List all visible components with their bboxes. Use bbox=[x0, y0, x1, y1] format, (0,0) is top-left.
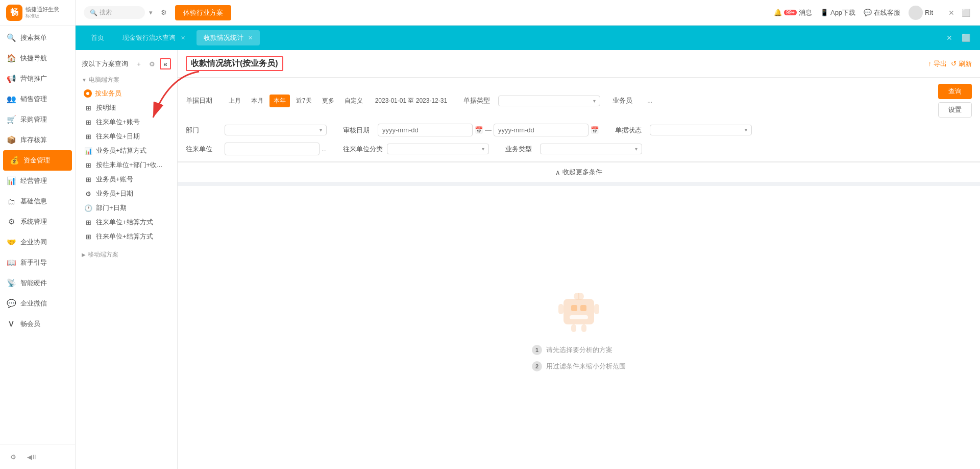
sidebar-item-enterprise[interactable]: 🤝 企业协同 bbox=[0, 232, 75, 252]
doc-status-label: 单据状态 bbox=[615, 126, 646, 135]
sidebar-item-sales[interactable]: 👥 销售管理 bbox=[0, 89, 75, 109]
sidebar-item-inventory[interactable]: 📦 库存核算 bbox=[0, 130, 75, 150]
app-download-btn[interactable]: 📱 App下载 bbox=[820, 8, 855, 17]
content-close-btn[interactable]: ✕ bbox=[943, 32, 955, 44]
tree-item-counterpart-settle1[interactable]: ⊞ 往来单位+结算方式 bbox=[76, 215, 177, 229]
tree-item-salesman-date[interactable]: ⚙ 业务员+日期 bbox=[76, 186, 177, 201]
sidebar-item-system[interactable]: ⚙ 系统管理 bbox=[0, 212, 75, 232]
date-btn-more[interactable]: 更多 bbox=[318, 95, 338, 107]
dropdown-arrow[interactable]: ▾ bbox=[149, 9, 153, 16]
date-btn-this-year[interactable]: 本年 bbox=[270, 95, 290, 107]
avatar bbox=[909, 6, 923, 20]
tree-section-mobile[interactable]: ▶ 移动端方案 bbox=[76, 248, 177, 261]
tree-item-label-salesman-settle: 业务员+结算方式 bbox=[96, 146, 146, 155]
date-btn-last-month[interactable]: 上月 bbox=[225, 95, 245, 107]
sidebar-item-finance[interactable]: 💰 资金管理 bbox=[3, 150, 72, 171]
tree-item-by-salesman[interactable]: 按业务员 bbox=[76, 86, 177, 101]
calendar-icon-from[interactable]: 📅 bbox=[475, 126, 483, 134]
add-scheme-btn[interactable]: + bbox=[133, 58, 144, 69]
salesman-more-btn[interactable]: ... bbox=[647, 97, 652, 104]
sidebar-item-quicknav[interactable]: 🏠 快捷导航 bbox=[0, 48, 75, 68]
tree-item-counterpart-account[interactable]: ⊞ 往来单位+账号 bbox=[76, 115, 177, 129]
user-btn[interactable]: Rit bbox=[909, 6, 933, 20]
tree-item-dept-date[interactable]: 🕐 部门+日期 bbox=[76, 201, 177, 215]
collapse-label: 收起更多条件 bbox=[562, 168, 602, 177]
sidebar-item-operation[interactable]: 📊 经营管理 bbox=[0, 171, 75, 191]
nav-tab-receipt-stat[interactable]: 收款情况统计 ✕ bbox=[197, 30, 260, 45]
guide-icon: 📖 bbox=[6, 257, 16, 268]
calendar-icon-to[interactable]: 📅 bbox=[591, 126, 599, 134]
doc-type-select[interactable]: ▾ bbox=[498, 96, 600, 106]
tree-item-by-detail[interactable]: ⊞ 按明细 bbox=[76, 101, 177, 115]
query-button[interactable]: 查询 bbox=[938, 84, 972, 99]
export-btn[interactable]: ↑ 导出 bbox=[928, 59, 947, 68]
win-maximize-btn[interactable]: ⬜ bbox=[960, 7, 972, 19]
settings-button[interactable]: 设置 bbox=[938, 102, 972, 118]
sidebar-item-search[interactable]: 🔍 搜索菜单 bbox=[0, 28, 75, 48]
sidebar-settings-btn[interactable]: ⚙ bbox=[6, 450, 20, 464]
sidebar-item-marketing[interactable]: 📢 营销推广 bbox=[0, 68, 75, 89]
svg-rect-4 bbox=[558, 304, 564, 314]
doc-status-select[interactable]: ▾ bbox=[650, 125, 752, 135]
sidebar-item-hardware[interactable]: 📡 智能硬件 bbox=[0, 273, 75, 293]
tree-item-counterpart-settle2[interactable]: ⊞ 往来单位+结算方式 bbox=[76, 229, 177, 244]
collapse-panel-btn[interactable]: « bbox=[160, 58, 171, 69]
trial-button[interactable]: 体验行业方案 bbox=[175, 5, 231, 20]
refresh-btn[interactable]: ↺ 刷新 bbox=[951, 59, 972, 68]
topbar-gear-icon[interactable]: ⚙ bbox=[157, 6, 171, 20]
page-title-bar: 收款情况统计(按业务员) ↑ 导出 ↺ 刷新 bbox=[178, 50, 980, 78]
operation-icon: 📊 bbox=[6, 176, 16, 186]
nav-tab-bank-flow[interactable]: 现金银行流水查询 ✕ bbox=[115, 30, 192, 45]
tree-section-desktop[interactable]: ▼ 电脑端方案 bbox=[76, 74, 177, 86]
tree-item-label-counterpart-date: 往来单位+日期 bbox=[96, 132, 140, 141]
audit-date-to[interactable] bbox=[494, 124, 589, 136]
scheme-settings-btn[interactable]: ⚙ bbox=[146, 58, 158, 69]
panel-header-actions: + ⚙ « bbox=[133, 58, 171, 69]
enterprise-icon: 🤝 bbox=[6, 237, 16, 247]
online-service-btn[interactable]: 💬 在线客服 bbox=[864, 8, 900, 17]
tree-item-salesman-account[interactable]: ⊞ 业务员+账号 bbox=[76, 172, 177, 186]
counterpart-category-select[interactable]: ▾ bbox=[387, 144, 489, 154]
wechat-icon: 💬 bbox=[6, 298, 16, 309]
filter-row-3: 往来单位 ... 往来单位分类 ▾ 业务类型 bbox=[186, 143, 972, 155]
biz-type-select[interactable]: ▾ bbox=[540, 144, 642, 154]
sidebar-collapse-btn[interactable]: ◀II bbox=[24, 450, 39, 464]
empty-step-2: 2 用过滤条件来缩小分析范围 bbox=[532, 361, 626, 371]
counterpart-category-filter: 往来单位分类 ▾ bbox=[343, 144, 489, 154]
topbar: 🔍 搜索 ▾ ⚙ 体验行业方案 🔔 99+ 消息 📱 App下载 💬 在线客服 … bbox=[76, 0, 980, 26]
collapse-btn[interactable]: ∧ 收起更多条件 bbox=[555, 168, 602, 177]
counterpart-settle2-icon: ⊞ bbox=[84, 232, 93, 241]
tree-item-counterpart-date[interactable]: ⊞ 往来单位+日期 bbox=[76, 129, 177, 144]
date-btn-last7[interactable]: 近7天 bbox=[292, 95, 316, 107]
audit-date-from[interactable] bbox=[378, 124, 473, 136]
content-expand-btn[interactable]: ⬜ bbox=[960, 32, 972, 44]
sidebar-item-member[interactable]: V 畅会员 bbox=[0, 314, 75, 334]
sidebar-item-wechat[interactable]: 💬 企业微信 bbox=[0, 293, 75, 314]
sidebar-item-guide[interactable]: 📖 新手引导 bbox=[0, 252, 75, 273]
svg-rect-1 bbox=[571, 305, 577, 311]
collapse-more-bar[interactable]: ∧ 收起更多条件 bbox=[178, 162, 980, 182]
page-content: 按以下方案查询 + ⚙ « ▼ 电脑端方案 按业务员 ⊞ 按明细 bbox=[76, 50, 980, 469]
close-bank-flow-tab[interactable]: ✕ bbox=[181, 35, 185, 41]
refresh-label: 刷新 bbox=[959, 59, 972, 68]
counterpart-more-btn[interactable]: ... bbox=[322, 146, 327, 153]
sidebar-label-sales: 销售管理 bbox=[20, 95, 47, 104]
counterpart-input[interactable] bbox=[225, 143, 320, 155]
sidebar-item-basic[interactable]: 🗂 基础信息 bbox=[0, 191, 75, 212]
sidebar-item-purchase[interactable]: 🛒 采购管理 bbox=[0, 109, 75, 130]
system-icon: ⚙ bbox=[6, 217, 16, 227]
step-text-1: 请先选择要分析的方案 bbox=[546, 345, 612, 355]
tree-item-counterpart-dept-collect[interactable]: ⊞ 按往来单位+部门+收... bbox=[76, 158, 177, 172]
dept-select[interactable]: ▾ bbox=[225, 125, 327, 135]
date-btn-custom[interactable]: 自定义 bbox=[340, 95, 367, 107]
date-dash: — bbox=[485, 126, 492, 134]
tree-item-salesman-settle[interactable]: 📊 业务员+结算方式 bbox=[76, 144, 177, 158]
search-box[interactable]: 🔍 搜索 bbox=[84, 6, 145, 19]
nav-tab-home[interactable]: 首页 bbox=[84, 30, 111, 45]
close-receipt-stat-tab[interactable]: ✕ bbox=[248, 35, 253, 41]
date-btn-this-month[interactable]: 本月 bbox=[247, 95, 267, 107]
notification-btn[interactable]: 🔔 99+ 消息 bbox=[774, 8, 812, 17]
basic-icon: 🗂 bbox=[6, 196, 16, 206]
win-close-btn[interactable]: ✕ bbox=[945, 7, 958, 19]
user-name: Rit bbox=[925, 9, 933, 16]
